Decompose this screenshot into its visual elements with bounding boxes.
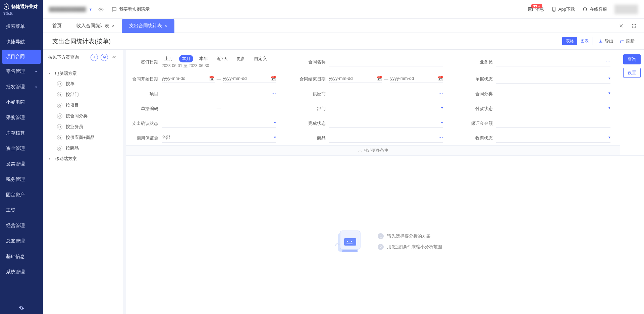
- field-deposit-amount: 保证金金额 —: [463, 119, 610, 128]
- date-shortcut[interactable]: 本年: [197, 55, 211, 62]
- step-num: 1: [378, 233, 384, 239]
- gear-icon[interactable]: [19, 305, 24, 311]
- menu-item[interactable]: 库存核算: [0, 125, 43, 141]
- svg-rect-11: [346, 244, 353, 244]
- field-enable-deposit: 启用保证金 全部▾: [129, 134, 276, 143]
- tree-item[interactable]: ◔按商品: [43, 143, 123, 154]
- scheme-item-icon: ◔: [57, 113, 62, 119]
- menu-item[interactable]: 总账管理: [0, 233, 43, 249]
- payment-status-select[interactable]: ▾: [496, 104, 610, 113]
- calendar-icon[interactable]: 📅: [376, 76, 382, 81]
- start-date-to[interactable]: [223, 76, 270, 81]
- support-button[interactable]: 在线客服: [582, 6, 607, 12]
- calendar-icon[interactable]: 📅: [437, 76, 443, 81]
- menu-item[interactable]: 资金管理: [0, 141, 43, 156]
- more-icon[interactable]: ⋯: [606, 58, 610, 64]
- invoice-status-select[interactable]: ▾: [496, 134, 610, 143]
- tree-item[interactable]: ◔按业务员: [43, 121, 123, 132]
- date-shortcut-tabs: 上月本月本年近7天更多自定义: [162, 55, 276, 62]
- date-shortcut[interactable]: 上月: [162, 55, 176, 62]
- chevron-down-icon: ▾: [608, 91, 610, 95]
- tree-item[interactable]: ◔按项目: [43, 100, 123, 111]
- org-selector[interactable]: ████████████ ▼: [49, 7, 92, 12]
- main: ████████████ ▼ 我要看实例演示 99 + 消息 App下载 在线客…: [43, 0, 644, 314]
- close-icon[interactable]: ×: [112, 23, 114, 28]
- tree-item[interactable]: ◔按供应商+商品: [43, 132, 123, 143]
- menu-item[interactable]: 采购管理: [0, 110, 43, 125]
- menu-item[interactable]: 发票管理: [0, 156, 43, 172]
- app-download-button[interactable]: App下载: [551, 6, 575, 12]
- menu-item[interactable]: 零售管理▾: [0, 64, 43, 79]
- doc-status-select[interactable]: ▾: [496, 75, 610, 84]
- date-shortcut[interactable]: 自定义: [251, 55, 270, 62]
- svg-point-4: [554, 10, 554, 11]
- close-tabs-icon[interactable]: [616, 21, 626, 31]
- menu-item[interactable]: 项目合同: [2, 50, 41, 64]
- scheme-settings-button[interactable]: [101, 54, 108, 61]
- svg-point-1: [100, 9, 102, 10]
- chevron-down-icon: ▾: [441, 120, 443, 125]
- tab[interactable]: 首页: [45, 19, 69, 33]
- menu-item[interactable]: 系统管理: [0, 264, 43, 280]
- end-date-to[interactable]: [390, 76, 438, 81]
- tab[interactable]: 支出合同统计表×: [122, 19, 174, 33]
- menu-item[interactable]: 工资: [0, 203, 43, 218]
- avatar[interactable]: [614, 5, 638, 14]
- category-select[interactable]: ▾: [496, 90, 610, 98]
- start-date-from[interactable]: [162, 76, 209, 81]
- export-button[interactable]: 导出: [598, 38, 613, 44]
- menu-item[interactable]: 经营管理: [0, 218, 43, 233]
- view-chart-btn[interactable]: 图表: [577, 37, 592, 45]
- dept-select[interactable]: ▾: [329, 104, 443, 113]
- demo-link[interactable]: 我要看实例演示: [112, 6, 150, 12]
- contract-name-input[interactable]: [329, 59, 443, 64]
- more-icon[interactable]: ⋯: [438, 135, 443, 140]
- calendar-icon[interactable]: 📅: [209, 76, 215, 81]
- menu-item[interactable]: 小畅电商: [0, 95, 43, 110]
- settings-icon[interactable]: [98, 7, 104, 12]
- tree-item[interactable]: ◔按部门: [43, 89, 123, 100]
- menu-item[interactable]: 固定资产: [0, 187, 43, 203]
- supplier-input[interactable]: [329, 91, 439, 96]
- messages-button[interactable]: 99 + 消息: [528, 6, 544, 12]
- goods-input[interactable]: [329, 135, 439, 140]
- tree-item[interactable]: ◔按单: [43, 78, 123, 89]
- menu-item[interactable]: 税务管理: [0, 172, 43, 187]
- add-scheme-button[interactable]: +: [91, 54, 98, 61]
- date-shortcut[interactable]: 更多: [234, 55, 248, 62]
- close-icon[interactable]: ×: [165, 23, 167, 28]
- field-doc-code: 单据编码 —: [129, 104, 276, 113]
- collapse-panel-button[interactable]: ≪: [111, 54, 117, 61]
- menu-item[interactable]: 批发管理▾: [0, 79, 43, 95]
- tab[interactable]: 收入合同统计表×: [69, 19, 122, 33]
- scheme-tree: ▾电脑端方案◔按单◔按部门◔按项目◔按合同分类◔按业务员◔按供应商+商品◔按商品…: [43, 65, 123, 167]
- svg-point-10: [351, 241, 352, 242]
- complete-status-select[interactable]: ▾: [329, 119, 443, 128]
- tree-group[interactable]: ▾电脑端方案: [43, 68, 123, 78]
- more-icon[interactable]: ⋯: [271, 91, 276, 96]
- end-date-from[interactable]: [329, 76, 376, 81]
- view-table-btn[interactable]: 表格: [562, 37, 577, 45]
- collapse-filters-button[interactable]: ︿ 收起更多条件: [126, 145, 620, 155]
- date-shortcut[interactable]: 本月: [179, 55, 193, 62]
- salesman-input[interactable]: [496, 59, 606, 64]
- svg-rect-8: [344, 238, 356, 246]
- chevron-down-icon: ▾: [35, 85, 37, 89]
- query-button[interactable]: 查询: [623, 54, 641, 64]
- tree-group[interactable]: ▸移动端方案: [43, 154, 123, 164]
- filter-settings-button[interactable]: 设置: [623, 68, 641, 78]
- date-shortcut[interactable]: 近7天: [214, 55, 230, 62]
- field-payment-status: 付款状态 ▾: [463, 104, 610, 113]
- svg-point-0: [5, 6, 7, 8]
- menu-item[interactable]: 快捷导航: [0, 34, 43, 50]
- project-input[interactable]: [162, 91, 271, 96]
- refresh-button[interactable]: 刷新: [620, 38, 635, 44]
- tree-item[interactable]: ◔按合同分类: [43, 111, 123, 121]
- menu-item[interactable]: 基础信息: [0, 249, 43, 264]
- fullscreen-icon[interactable]: [629, 21, 639, 31]
- calendar-icon[interactable]: 📅: [270, 76, 276, 81]
- menu-item[interactable]: 搜索菜单: [0, 19, 43, 34]
- enable-deposit-select[interactable]: 全部▾: [162, 134, 276, 143]
- more-icon[interactable]: ⋯: [438, 91, 443, 96]
- expense-status-select[interactable]: ▾: [162, 119, 276, 128]
